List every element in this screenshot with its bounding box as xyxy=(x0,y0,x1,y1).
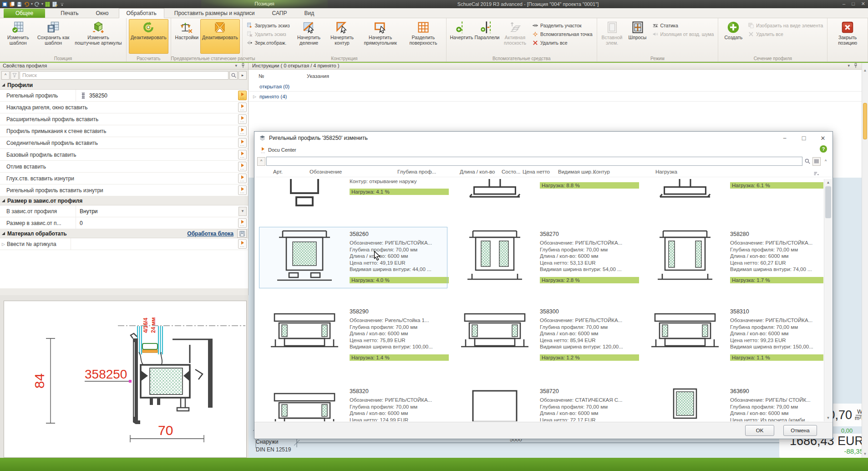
ribbon-small-button[interactable]: Статика xyxy=(652,21,714,29)
minimize-button[interactable]: – xyxy=(843,0,845,8)
ribbon-small-button[interactable]: Изобразить на виде элемента xyxy=(748,21,823,29)
scroll-up-icon[interactable]: ▲ xyxy=(862,68,868,72)
ribbon-button[interactable]: Изменить поштучные артикулы xyxy=(73,19,124,54)
scroll-up-icon[interactable]: ▲ xyxy=(824,180,832,184)
search-icon[interactable] xyxy=(803,157,812,166)
dialog-minimize-button[interactable]: – xyxy=(775,135,794,141)
column-header[interactable]: Состо... xyxy=(502,169,521,174)
row-more-button[interactable]: ... xyxy=(238,102,247,112)
catalog-card[interactable]: Длина / кол-во: 6000 ммЦена нетто: 45,25… xyxy=(640,179,823,208)
catalog-card[interactable]: Длина / кол-во: 6000 ммЦена нетто: 41,72… xyxy=(450,179,637,208)
scroll-down-icon[interactable]: ▼ xyxy=(862,452,868,456)
tab-вид[interactable]: Вид xyxy=(297,9,321,18)
property-row[interactable]: Отлив вставить... xyxy=(0,161,248,173)
ribbon-button[interactable]: Изменить шаблон xyxy=(2,19,34,54)
cancel-button[interactable]: Отмена xyxy=(783,425,817,436)
row-more-button[interactable]: ... xyxy=(238,162,247,171)
column-header[interactable]: Длина / кол-во xyxy=(460,169,495,174)
column-header[interactable]: Контур xyxy=(593,169,610,174)
ribbon-button[interactable]: Разделить поверхность xyxy=(403,19,444,54)
row-more-button[interactable]: ... xyxy=(238,185,247,195)
column-header[interactable]: Видимая шир... xyxy=(558,169,596,174)
column-header[interactable]: Нагрузка xyxy=(655,169,677,174)
ribbon-small-button[interactable]: Удалить все xyxy=(748,30,823,38)
help-icon[interactable]: ? xyxy=(820,145,827,153)
collapse-search-button[interactable]: ^ xyxy=(822,157,830,166)
property-row[interactable]: Глух.ств. вставить изнутри... xyxy=(0,173,248,184)
maximize-button[interactable]: □ xyxy=(852,0,855,8)
chevron-down-icon[interactable]: ▾ xyxy=(235,63,237,68)
dialog-close-button[interactable]: ✕ xyxy=(813,135,832,142)
property-row[interactable]: Соединительный профиль вставить... xyxy=(0,137,248,149)
tab-общее[interactable]: Общее xyxy=(4,9,45,18)
expander-icon[interactable]: ▷ xyxy=(2,242,5,246)
chevron-down-icon[interactable]: ▾ xyxy=(848,63,850,68)
ribbon-button[interactable]: Параллели xyxy=(474,19,500,54)
ribbon-small-button[interactable]: Разделить участок xyxy=(532,21,593,29)
dropdown-button[interactable]: ▼ xyxy=(239,207,247,216)
table-calc-icon[interactable] xyxy=(45,1,51,7)
column-header[interactable]: Цена нетто xyxy=(523,169,550,174)
scroll-down-icon[interactable]: ▼ xyxy=(824,416,832,420)
ribbon-button[interactable]: Активная плоскость xyxy=(500,19,530,54)
pin-icon[interactable] xyxy=(853,63,858,68)
docu-expand-button[interactable]: ... xyxy=(260,146,266,154)
view-columns-icon[interactable] xyxy=(812,157,821,166)
catalog-card-358310[interactable]: 358310Обозначение: РИГЕЛЬ/СТОЙКА...Глуби… xyxy=(640,305,823,361)
section-header[interactable]: Материал обработатьОбработка блока xyxy=(0,229,248,238)
dialog-search-input[interactable] xyxy=(266,157,802,166)
close-button[interactable]: ✕ xyxy=(861,0,865,8)
tab-окно[interactable]: Окно xyxy=(89,9,116,18)
property-row[interactable]: Накладка ригеля, окно вставить... xyxy=(0,102,248,113)
column-header[interactable]: Глубина проф... xyxy=(397,169,436,174)
row-more-button[interactable]: ... xyxy=(238,150,247,159)
section-header[interactable]: Профили xyxy=(0,81,248,90)
overflow-icon[interactable] xyxy=(59,1,65,7)
ribbon-small-button[interactable]: Загрузить эскиз xyxy=(247,21,290,29)
property-row[interactable]: Базовый профиль вставить... xyxy=(0,149,248,161)
dialog-maximize-button[interactable]: □ xyxy=(794,134,813,142)
docu-center-link[interactable]: Docu Center xyxy=(268,147,296,153)
tab-сапр[interactable]: САПР xyxy=(265,9,294,18)
ribbon-button[interactable]: Начертить прямоугольник xyxy=(358,19,402,54)
search-input[interactable] xyxy=(20,71,228,80)
table-edit-icon[interactable] xyxy=(52,1,58,7)
ribbon-button[interactable]: Настройки xyxy=(173,19,201,54)
ribbon-small-button[interactable]: Изоляция от возд. шума xyxy=(652,30,714,38)
scrollbar-thumb[interactable] xyxy=(863,103,867,139)
ribbon-button[interactable]: Сохранить как шаблон xyxy=(34,19,73,54)
save-icon[interactable] xyxy=(16,1,22,7)
catalog-card-363690[interactable]: 363690Обозначение: РИГЕЛЬ/ СТОЙК...Глуби… xyxy=(640,384,823,421)
property-row[interactable]: Размер в завис.от п...0... xyxy=(0,217,248,229)
tab-обработать[interactable]: Обработать xyxy=(119,8,164,18)
row-more-button[interactable]: ... xyxy=(238,114,247,124)
ribbon-button[interactable]: Создать xyxy=(721,19,746,54)
ribbon-small-button[interactable]: Зерк.отображ. xyxy=(247,39,290,46)
tab-проставить-размеры-и-надписи[interactable]: Проставить размеры и надписи xyxy=(167,9,262,18)
group-open[interactable]: открытая (0) xyxy=(249,82,862,92)
ribbon-button[interactable]: Деактивировать xyxy=(200,19,240,54)
column-header[interactable]: Арт. xyxy=(273,169,283,174)
scrollbar-thumb[interactable] xyxy=(825,186,831,218)
ribbon-button[interactable]: Шпросы xyxy=(625,19,650,54)
property-row[interactable]: В завис.от профиляВнутри▼ xyxy=(0,205,248,217)
collapse-button[interactable]: ^ xyxy=(1,71,10,80)
caret-icon[interactable]: ▾ xyxy=(31,2,33,6)
undo-icon[interactable] xyxy=(24,1,30,7)
app-icon[interactable] xyxy=(2,1,8,7)
doc-new-icon[interactable] xyxy=(9,1,15,7)
ribbon-button[interactable]: Начертить контур xyxy=(326,19,358,54)
expand-right-button[interactable]: ▸ xyxy=(239,71,247,80)
redo-icon[interactable] xyxy=(34,1,40,7)
save-icon[interactable] xyxy=(237,229,247,238)
catalog-card[interactable]: Длина / кол-во: 6000 ммЦена нетто: Из ра… xyxy=(259,179,447,208)
ribbon-small-button[interactable]: Удалить все xyxy=(532,39,593,46)
row-more-button[interactable]: ... xyxy=(238,91,247,100)
catalog-card-358720[interactable]: 358720Обозначение: СТАТИЧЕСКАЯ С...Глуби… xyxy=(450,384,637,421)
ribbon-small-button[interactable]: Удалить эскиз xyxy=(247,30,290,38)
row-more-button[interactable]: ... xyxy=(238,174,247,183)
catalog-card-358320[interactable]: 358320Обозначение: РИГЕЛЬ/СТОЙКА...Глуби… xyxy=(259,384,447,421)
catalog-card-358270[interactable]: 358270Обозначение: РИГЕЛЬ/СТОЙКА...Глуби… xyxy=(450,227,637,286)
property-row[interactable]: Ригельный профиль вставить изнутри... xyxy=(0,184,248,196)
pin-icon[interactable] xyxy=(241,63,245,68)
